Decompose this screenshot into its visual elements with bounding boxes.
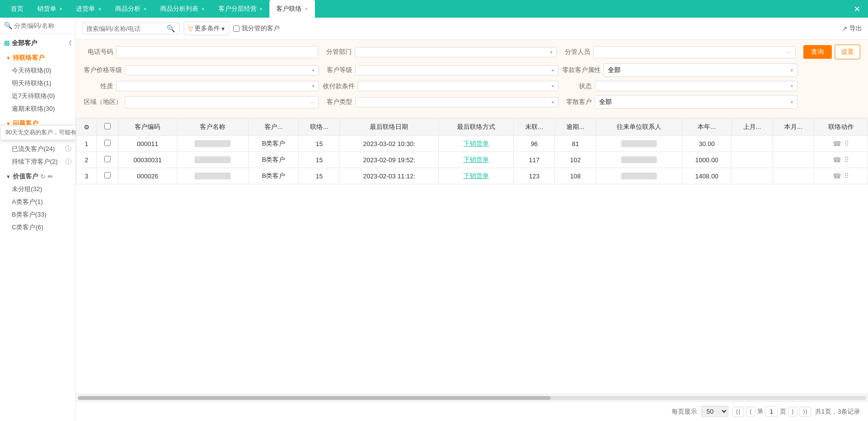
sidebar-item-tomorrow-contact[interactable]: 明天待联络(1): [0, 77, 75, 90]
sidebar-item-overdue-contact[interactable]: 逾期未联络(30): [0, 102, 75, 115]
chevron-retail-icon: ▾: [791, 68, 793, 73]
close-tab-product-analysis-list[interactable]: ×: [201, 6, 204, 12]
export-btn[interactable]: ↗ 导出: [842, 24, 862, 33]
search-input[interactable]: [86, 25, 165, 32]
sidebar-item-lost-customers[interactable]: 已流失客户(24) ⓘ: [0, 143, 75, 155]
tab-product-analysis[interactable]: 商品分析 ×: [108, 0, 153, 18]
close-tab-customer-tier[interactable]: ×: [260, 6, 263, 12]
filter-customer-level-select[interactable]: ▾: [355, 65, 558, 75]
filter-customer-type-select[interactable]: ▾: [355, 97, 558, 107]
more-conditions-btn[interactable]: ▽ 更多条件 ▾: [184, 22, 229, 35]
chevron-retail2-icon: ▾: [791, 99, 793, 105]
close-tab-sales-order[interactable]: ×: [59, 6, 62, 12]
close-all-tabs[interactable]: ✕: [850, 4, 864, 14]
last-page-btn[interactable]: ⟩⟩: [799, 407, 811, 417]
col-overdue: 81: [555, 136, 596, 152]
first-page-btn[interactable]: ⟨⟨: [732, 407, 744, 417]
close-tab-product-analysis[interactable]: ×: [144, 6, 146, 12]
tab-sales-order[interactable]: 销货单 ×: [30, 0, 69, 18]
sidebar-item-declining-customers[interactable]: 持续下滑客户(2) ⓘ: [0, 155, 75, 168]
tab-product-analysis-list[interactable]: 商品分析列表 ×: [153, 0, 211, 18]
col-checkbox[interactable]: [97, 168, 119, 184]
col-unlink: 117: [514, 152, 555, 168]
next-page-btn[interactable]: ⟩: [788, 407, 797, 417]
table-row: 1 000011 ████████ B类客户 15 2023-03-02 10:…: [76, 136, 868, 152]
last-method-link[interactable]: 下销货单: [463, 156, 489, 163]
sidebar-item-ungroup[interactable]: 未分组(32): [0, 183, 75, 196]
sidebar-item-today-contact[interactable]: 今天待联络(0): [0, 64, 75, 77]
sidebar-root-all-customers[interactable]: ⊞ 全部客户 《: [0, 36, 75, 50]
filter-phone-input[interactable]: [116, 46, 318, 58]
per-page-select[interactable]: 50 100: [701, 406, 728, 417]
select-all-checkbox[interactable]: [104, 123, 111, 129]
tab-customer-contact[interactable]: 客户联络 ×: [269, 0, 314, 18]
grid-icon: ⊞: [4, 39, 10, 47]
table-row: 3 000026 ████████ B类客户 15 2023-02-03 11:…: [76, 168, 868, 184]
info-icon: ⓘ: [65, 145, 72, 153]
sidebar-item-7days-contact[interactable]: 近7天待联络(0): [0, 90, 75, 102]
blurred-name: ████████: [194, 173, 231, 179]
col-last-method[interactable]: 下销货单: [438, 168, 514, 184]
col-unlink-header: 未联...: [514, 119, 555, 136]
phone-icon[interactable]: ☎: [833, 156, 841, 164]
last-method-link[interactable]: 下销货单: [463, 172, 489, 179]
col-settings-header[interactable]: ⚙: [76, 119, 97, 136]
group-header-value[interactable]: ▼ 价值客户 ↻ ✏: [0, 170, 75, 183]
sidebar: 🔍 ⊞ 全部客户 《 ▼ 待联络客户 今天待联络(0) 明天待联络(1): [0, 18, 76, 421]
close-tab-customer-contact[interactable]: ×: [305, 6, 308, 12]
group-header-pending[interactable]: ▼ 待联络客户: [0, 51, 75, 64]
col-last-method[interactable]: 下销货单: [438, 152, 514, 168]
filter-icon: ▽: [188, 25, 193, 32]
my-customers-checkbox[interactable]: [233, 25, 240, 32]
filter-price-level-select[interactable]: ▾: [125, 65, 319, 75]
query-button[interactable]: 查询: [803, 45, 832, 59]
menu-icon[interactable]: ⠿: [844, 156, 849, 164]
scrollbar-thumb[interactable]: [78, 396, 551, 400]
sidebar-search-input[interactable]: [14, 22, 72, 29]
col-last-method[interactable]: 下销货单: [438, 136, 514, 152]
dots-region-icon[interactable]: ···: [309, 99, 314, 106]
edit-icon[interactable]: ✏: [48, 173, 53, 180]
scrollbar-track[interactable]: [78, 396, 866, 400]
prev-page-btn[interactable]: ⟨: [746, 407, 755, 417]
menu-icon[interactable]: ⠿: [844, 140, 849, 148]
horizontal-scrollbar[interactable]: [76, 394, 868, 401]
filter-retail-attr-select[interactable]: 全部 ▾: [603, 63, 797, 77]
filter-nature-select[interactable]: ▾: [116, 81, 319, 91]
setting-button[interactable]: 设置: [835, 45, 860, 59]
dots-icon[interactable]: ···: [786, 49, 791, 56]
group-value-customers: ▼ 价值客户 ↻ ✏ 未分组(32) A类客户(1) B类客户(33) C类客户…: [0, 169, 75, 235]
refresh-icon[interactable]: ↻: [40, 173, 46, 180]
tab-home[interactable]: 首页: [4, 0, 30, 18]
chevron-dept-icon: ▾: [550, 50, 553, 55]
my-customers-checkbox-wrap[interactable]: 我分管的客户: [233, 24, 280, 33]
last-method-link[interactable]: 下销货单: [463, 140, 489, 147]
sidebar-item-a-class[interactable]: A类客户(1): [0, 196, 75, 208]
tab-purchase-order[interactable]: 进货单 ×: [69, 0, 108, 18]
col-type: B类客户: [248, 136, 298, 152]
phone-icon[interactable]: ☎: [833, 172, 841, 180]
filter-nature-label: 性质: [84, 82, 113, 91]
filter-dept-select[interactable]: ▾: [355, 47, 557, 57]
row-checkbox[interactable]: [104, 140, 111, 146]
chevron-payment-icon: ▾: [552, 83, 554, 89]
row-checkbox[interactable]: [104, 156, 111, 162]
close-tab-purchase-order[interactable]: ×: [98, 6, 101, 12]
sidebar-item-c-class[interactable]: C类客户(6): [0, 221, 75, 234]
row-checkbox[interactable]: [104, 172, 111, 178]
col-checkbox[interactable]: [97, 136, 119, 152]
group-pending-contact: ▼ 待联络客户 今天待联络(0) 明天待联络(1) 近7天待联络(0) 逾期未联…: [0, 50, 75, 116]
filter-payment-terms-select[interactable]: ▾: [358, 81, 558, 91]
filter-region-select[interactable]: ···: [125, 96, 319, 108]
filter-retail-customer-select[interactable]: 全部 ▾: [595, 95, 797, 109]
sidebar-item-b-class[interactable]: B类客户(33): [0, 208, 75, 221]
filter-status-select[interactable]: ▾: [595, 81, 797, 91]
phone-icon[interactable]: ☎: [833, 140, 841, 148]
menu-icon[interactable]: ⠿: [844, 172, 849, 180]
filter-person-select[interactable]: ···: [593, 46, 796, 58]
col-checkbox-header[interactable]: [97, 119, 119, 136]
col-checkbox[interactable]: [97, 152, 119, 168]
tab-customer-tier[interactable]: 客户分层经营 ×: [212, 0, 269, 18]
filter-payment-terms: 收付款条件 ▾: [323, 81, 558, 91]
search-icon-btn[interactable]: 🔍: [167, 25, 175, 32]
